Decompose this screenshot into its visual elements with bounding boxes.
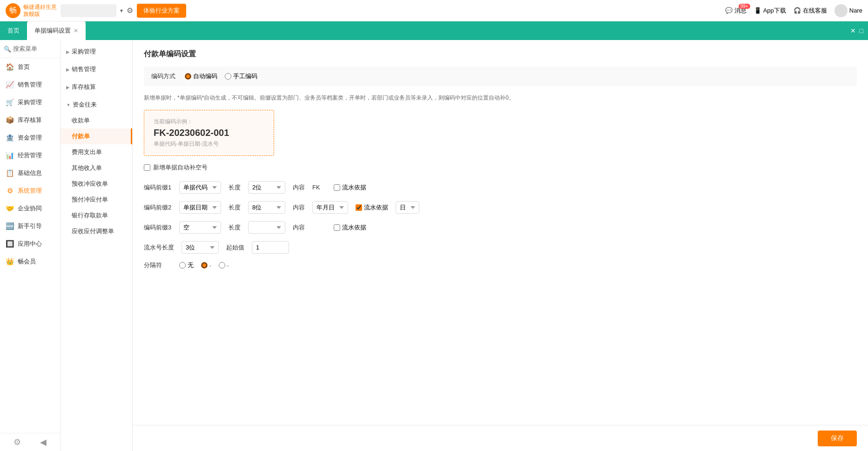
- maximize-icon[interactable]: □: [860, 27, 863, 34]
- sidebar-item-apps[interactable]: 🔲 应用中心: [0, 235, 60, 253]
- manual-coding-radio[interactable]: [225, 73, 231, 80]
- service-icon: 🎧: [794, 7, 801, 14]
- group-purchase-title[interactable]: ▶ 采购管理: [61, 44, 132, 60]
- sidebar-item-sales[interactable]: 📈 销售管理: [0, 76, 60, 94]
- purchase-icon: 🛒: [6, 98, 14, 107]
- prefix1-stream-label: 流水依据: [342, 183, 366, 192]
- prefix1-label: 编码前缀1: [144, 183, 172, 192]
- sidebar-item-member[interactable]: 👑 畅会员: [0, 253, 60, 270]
- plan-button[interactable]: 体验行业方案: [137, 4, 186, 18]
- separator-dash-radio[interactable]: [201, 262, 208, 269]
- separator-none-radio[interactable]: [179, 262, 186, 269]
- sidebar-item-other-income[interactable]: 其他收入单: [61, 160, 132, 176]
- sidebar-item-bank-deposit[interactable]: 银行存取款单: [61, 208, 132, 223]
- minimize-icon[interactable]: ✕: [850, 27, 856, 34]
- tab-serial-setting[interactable]: 单据编码设置 ✕: [27, 21, 86, 40]
- manual-coding-option[interactable]: 手工编码: [225, 72, 257, 81]
- download-icon: 📱: [754, 7, 761, 14]
- app-download-button[interactable]: 📱 App下载: [754, 7, 786, 15]
- group-sales-title[interactable]: ▶ 销售管理: [61, 61, 132, 77]
- sidebar-item-finance[interactable]: 🏦 资金管理: [0, 129, 60, 147]
- sidebar-item-inventory[interactable]: 📦 库存核算: [0, 111, 60, 129]
- prefix2-stream-checkbox[interactable]: 流水依据: [356, 203, 388, 212]
- prefix2-content-select[interactable]: 年月日 年月 年: [312, 201, 348, 214]
- auto-fill-checkbox[interactable]: [144, 164, 150, 171]
- separator-none[interactable]: 无: [179, 261, 194, 269]
- sidebar-item-purchase-label: 采购管理: [18, 98, 42, 107]
- sidebar-item-basic[interactable]: 📋 基础信息: [0, 164, 60, 182]
- search-menu-button[interactable]: 🔍 搜索菜单: [4, 45, 56, 53]
- prefix2-stream-input[interactable]: [356, 204, 362, 211]
- brand-logo: 畅 畅捷通好生意 旗舰版: [6, 3, 57, 18]
- sidebar-item-operation[interactable]: 📊 经营管理: [0, 147, 60, 164]
- prefix2-select[interactable]: 单据日期 单据代码 部门 业务员 空: [179, 201, 221, 214]
- prefix2-day-select[interactable]: 日 月 年: [396, 201, 419, 214]
- sidebar-item-advance-payment[interactable]: 预付冲应付单: [61, 192, 132, 208]
- sidebar-item-enterprise[interactable]: 🤝 企业协同: [0, 200, 60, 217]
- customer-service-label: 在线客服: [803, 7, 827, 15]
- sidebar-bottom: ⚙ ◀: [0, 433, 60, 451]
- sidebar-item-adjust[interactable]: 应收应付调整单: [61, 223, 132, 239]
- sidebar-item-guide[interactable]: 🆕 新手引导: [0, 217, 60, 235]
- member-icon: 👑: [6, 257, 14, 266]
- group-inventory-arrow: ▶: [66, 85, 70, 90]
- serial-start-input[interactable]: [252, 241, 289, 254]
- prefix3-content-label: 内容: [293, 223, 305, 232]
- prefix3-length-select[interactable]: 1位 2位 3位: [248, 221, 285, 234]
- auto-coding-radio[interactable]: [185, 73, 191, 80]
- separator-dash[interactable]: ·: [201, 262, 211, 269]
- tab-home[interactable]: 首页: [0, 21, 27, 40]
- sidebar-item-system[interactable]: ⚙ 系统管理: [0, 182, 60, 200]
- save-button[interactable]: 保存: [818, 431, 857, 446]
- sidebar-item-enterprise-label: 企业协同: [18, 204, 42, 213]
- chevron-down-icon[interactable]: ▾: [120, 7, 123, 14]
- sidebar-item-finance-label: 资金管理: [18, 134, 42, 142]
- prefix3-length-label: 长度: [229, 223, 241, 232]
- auto-fill-label: 新增单据自动补空号: [153, 163, 208, 172]
- sidebar-item-receipt[interactable]: 收款单: [61, 113, 132, 128]
- sidebar-item-payment[interactable]: 付款单: [61, 128, 132, 144]
- sidebar-item-expense[interactable]: 费用支出单: [61, 144, 132, 160]
- prefix2-length-select[interactable]: 8位 4位 6位: [248, 201, 285, 214]
- sidebar-item-sales-label: 销售管理: [18, 81, 42, 89]
- prefix1-content-label: 内容: [293, 183, 305, 192]
- group-purchase: ▶ 采购管理: [61, 44, 132, 60]
- header-right: 💬 消息 99+ 📱 App下载 🎧 在线客服 Nare: [725, 4, 862, 17]
- prefix3-stream-checkbox[interactable]: 流水依据: [334, 223, 366, 232]
- info-text: 新增单据时，*单据编码*自动生成，不可编辑。前缀设置为部门、业务员等档案类，开单…: [144, 94, 857, 102]
- group-inventory-title[interactable]: ▶ 库存核算: [61, 79, 132, 95]
- prefix1-stream-input[interactable]: [334, 184, 340, 191]
- coding-method-radio-group: 自动编码 手工编码: [185, 72, 257, 81]
- top-header: 畅 畅捷通好生意 旗舰版 ▾ ⚙ 体验行业方案 💬 消息 99+ 📱 App下载…: [0, 0, 868, 21]
- sidebar-item-home-label: 首页: [18, 63, 30, 71]
- code-preview-desc: 单据代码-单据日期-流水号: [154, 140, 264, 148]
- sidebar-search[interactable]: 🔍 搜索菜单: [0, 40, 60, 58]
- sidebar-item-advance-receipt[interactable]: 预收冲应收单: [61, 176, 132, 192]
- auto-coding-label: 自动编码: [193, 72, 217, 81]
- separator-dot[interactable]: ·: [219, 262, 229, 269]
- group-inventory-label: 库存核算: [72, 83, 96, 91]
- brand-icon: 畅: [6, 3, 20, 18]
- message-button[interactable]: 💬 消息 99+: [725, 7, 747, 15]
- tab-close-icon[interactable]: ✕: [74, 27, 78, 34]
- sidebar-item-purchase[interactable]: 🛒 采购管理: [0, 94, 60, 111]
- prefix1-select[interactable]: 单据代码 单据日期 部门 业务员 空: [179, 181, 221, 194]
- sidebar-item-home[interactable]: 🏠 首页: [0, 58, 60, 76]
- sidebar-item-operation-label: 经营管理: [18, 151, 42, 160]
- message-badge: 99+: [739, 4, 750, 9]
- prefix3-select[interactable]: 空 单据代码 单据日期 部门 业务员: [179, 221, 221, 234]
- prefix1-stream-checkbox[interactable]: 流水依据: [334, 183, 366, 192]
- group-sales-label: 销售管理: [72, 65, 96, 74]
- collapse-sidebar-icon[interactable]: ◀: [40, 437, 47, 447]
- basic-icon: 📋: [6, 169, 14, 177]
- customer-service-button[interactable]: 🎧 在线客服: [794, 7, 827, 15]
- settings-icon[interactable]: ⚙: [127, 6, 133, 15]
- serial-length-select[interactable]: 3位 2位 4位 5位: [182, 241, 219, 254]
- separator-dot-radio[interactable]: [219, 262, 225, 269]
- group-capital-title[interactable]: ▼ 资金往来: [61, 97, 132, 113]
- user-profile[interactable]: Nare: [834, 4, 862, 17]
- settings-bottom-icon[interactable]: ⚙: [13, 437, 21, 447]
- prefix1-length-select[interactable]: 2位 1位 3位: [248, 181, 285, 194]
- prefix3-stream-input[interactable]: [334, 224, 340, 231]
- auto-coding-option[interactable]: 自动编码: [185, 72, 217, 81]
